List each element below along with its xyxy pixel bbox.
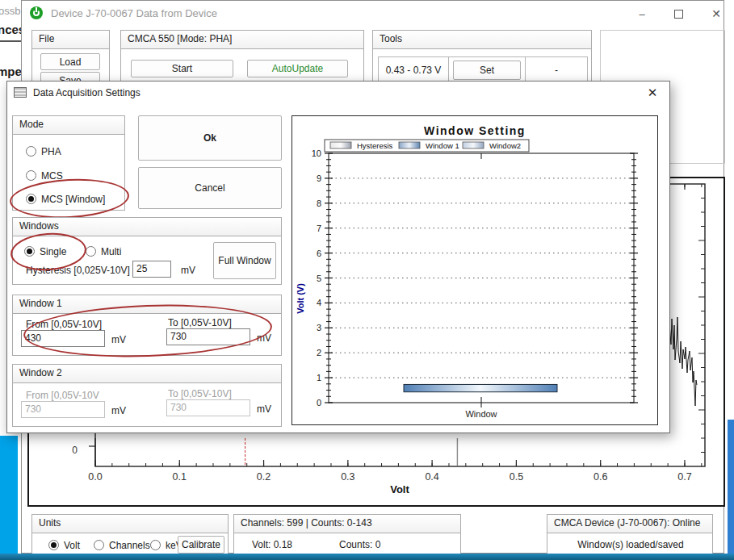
window1-to-input[interactable]: 730 [166, 328, 250, 345]
main-titlebar[interactable]: Device J-70-0067 Data from Device – ✕ [22, 1, 724, 25]
close-button[interactable]: ✕ [704, 6, 728, 22]
window1-from-input[interactable]: 430 [21, 330, 105, 347]
spectrum-trace [669, 317, 697, 406]
window1-from-unit: mV [111, 334, 126, 345]
plot-border [329, 153, 634, 403]
y-tick-label: 5 [317, 274, 321, 283]
radio-channels-label: Channels [109, 540, 150, 551]
maximize-button[interactable] [666, 6, 690, 22]
units-group-label: Units [32, 515, 228, 533]
right-blue-sliver [728, 420, 734, 554]
radio-channels[interactable] [94, 540, 104, 550]
cmca-group-label: CMCA 550 [Mode: PHA] [121, 31, 363, 49]
x-tick-label: 0.5 [510, 471, 523, 483]
y-tick-label: 1 [317, 373, 321, 382]
window1-bar[interactable] [404, 384, 557, 391]
y-tick-label: 3 [317, 323, 321, 332]
mode-radio-pha[interactable]: PHA [26, 145, 61, 157]
dialog-close-button[interactable]: ✕ [644, 85, 661, 101]
file-group-label: File [32, 31, 109, 49]
y-tick-label: 7 [317, 224, 321, 233]
legend-label: Hysteresis [357, 141, 393, 150]
windows-radio-multi[interactable]: Multi [86, 245, 121, 257]
legend-label: Window2 [489, 141, 521, 150]
radio-volt-label: Volt [64, 540, 80, 551]
radio-mcs-window-label: MCS [Window] [41, 194, 105, 205]
x-tick-label: 0.6 [593, 471, 607, 483]
cursor-counts-readout: Counts: 0 [339, 539, 380, 550]
x-axis-title: Window [465, 409, 497, 419]
maximize-icon [674, 10, 683, 19]
bottom-taskbar-strip [0, 554, 734, 560]
ok-button[interactable]: Ok [138, 115, 282, 161]
hysteresis-unit: mV [181, 265, 195, 276]
window2-group-label: Window 2 [13, 365, 281, 383]
y-tick-label: 4 [317, 298, 321, 307]
x-tick-label: 0.7 [677, 471, 691, 483]
units-radio-volt[interactable]: Volt [48, 539, 80, 551]
full-window-button[interactable]: Full Window [213, 242, 276, 279]
chart-title: Window Setting [424, 124, 526, 137]
x-tick-label: 0.2 [257, 471, 271, 483]
radio-volt[interactable] [48, 540, 59, 550]
set-button[interactable]: Set [453, 61, 521, 80]
voltage-range-readout: 0.43 - 0.73 V [379, 57, 449, 83]
window-setting-chart: Window Setting Volt (V) Window 012345678… [292, 116, 657, 424]
calibrate-button[interactable]: Calibrate [178, 536, 224, 554]
x-tick-label: 0.4 [425, 471, 438, 483]
x-tick-label: 0.1 [173, 471, 187, 483]
cmca-group: CMCA 550 [Mode: PHA] Start AutoUpdate [120, 30, 364, 86]
autoupdate-button[interactable]: AutoUpdate [247, 60, 348, 77]
radio-multi[interactable] [86, 246, 96, 257]
y-tick-label: 2 [317, 348, 321, 357]
radio-single[interactable] [24, 246, 35, 257]
windows-radio-single[interactable]: Single [24, 245, 66, 257]
set-cell: Set [449, 57, 526, 83]
x-tick-label: 0.3 [341, 471, 354, 483]
window-title: Device J-70-0067 Data from Device [51, 7, 217, 19]
tools-dash[interactable]: - [526, 57, 587, 83]
mode-radio-mcs[interactable]: MCS [26, 169, 63, 182]
radio-mcs-window[interactable] [26, 194, 36, 204]
y-zero-label: 0 [72, 445, 78, 456]
y-tick-label: 8 [317, 199, 321, 208]
window1-to-unit: mV [257, 332, 271, 344]
status-right-panel: CMCA Device (J-70-0067): Online Window(s… [547, 514, 713, 554]
legend-swatch [330, 142, 351, 148]
windows-group: Windows Single Multi Hysteresis [0,025V-… [12, 217, 282, 285]
radio-multi-label: Multi [101, 246, 121, 257]
y-tick-label: 9 [317, 173, 321, 183]
mode-group-label: Mode [13, 116, 124, 135]
window1-to-label: To [0,05V-10V] [168, 317, 232, 328]
cancel-button[interactable]: Cancel [138, 167, 282, 209]
radio-pha[interactable] [26, 146, 36, 157]
hysteresis-input[interactable]: 25 [132, 261, 171, 278]
status-mid-panel: Channels: 599 | Counts: 0-143 Volt: 0.18… [233, 514, 461, 554]
start-button[interactable]: Start [131, 60, 233, 77]
legend-swatch [463, 142, 484, 148]
y-axis-title: Volt (V) [296, 283, 305, 314]
radio-mcs[interactable] [26, 170, 36, 181]
background-text: ossb [0, 5, 20, 17]
units-group: Units Volt Channels keV Calibrate [31, 514, 229, 554]
minimize-button[interactable]: – [630, 6, 654, 22]
load-button[interactable]: Load [40, 53, 100, 70]
x-axis-title: Volt [390, 483, 409, 495]
tools-group: Tools 0.43 - 0.73 V Set - [372, 30, 592, 86]
tools-group-label: Tools [373, 31, 591, 49]
radio-kev[interactable] [150, 540, 161, 550]
window2-from-label: From [0,05V-10V [26, 390, 99, 401]
window2-from-unit: mV [111, 405, 126, 416]
hysteresis-label: Hysteresis [0,025V-10V] [26, 265, 130, 276]
dialog-titlebar[interactable]: Data Acquisition Settings [7, 81, 669, 103]
y-tick-label: 0 [317, 398, 321, 407]
channels-counts-header: Channels: 599 | Counts: 0-143 [234, 515, 460, 533]
window2-from-input: 730 [21, 401, 105, 418]
radio-single-label: Single [40, 246, 66, 257]
window1-group: Window 1 From [0,05V-10V] 430 mV To [0,0… [12, 295, 282, 356]
units-radio-channels[interactable]: Channels [94, 539, 150, 551]
tools-row: 0.43 - 0.73 V Set - [378, 56, 588, 84]
mode-radio-mcs-window[interactable]: MCS [Window] [26, 193, 105, 205]
screen: ossb nces mper Device J-70-0067 Data fro… [0, 0, 734, 560]
data-acquisition-dialog: Data Acquisition Settings ✕ Mode PHA MCS… [6, 81, 670, 433]
